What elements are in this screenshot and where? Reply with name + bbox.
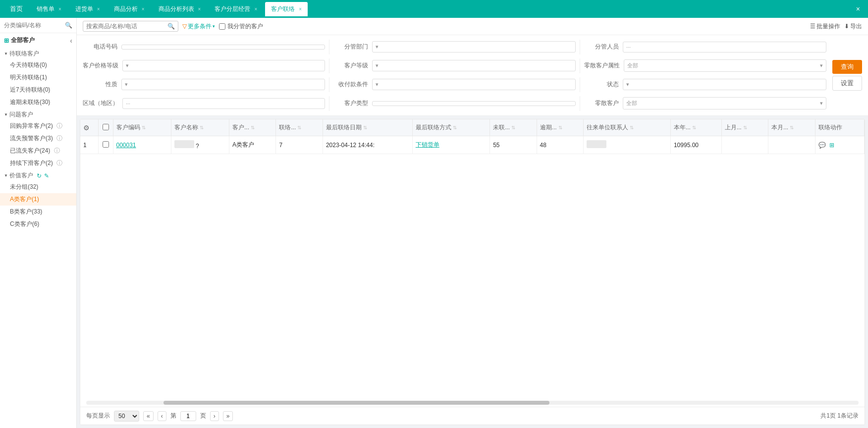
sidebar-item-churned[interactable]: 已流失客户(24) ⓘ — [0, 145, 76, 157]
th-actions-label: 联络动作 — [818, 124, 842, 131]
settings-icon[interactable]: ⚙ — [83, 124, 90, 132]
th-last-contact-method: 最后联络方式 ⇅ — [412, 119, 489, 136]
query-button[interactable]: 查询 — [832, 60, 862, 74]
table-container[interactable]: ⚙ 客户编码 ⇅ — [80, 119, 865, 399]
batch-icon: ☰ — [810, 23, 815, 30]
sort-code-icon[interactable]: ⇅ — [142, 125, 146, 130]
th-no-contact-label: 未联... — [493, 123, 510, 132]
batch-op-button[interactable]: ☰ 批量操作 — [810, 22, 840, 31]
row-no-contact-days: 55 — [490, 136, 537, 154]
field-manager-input[interactable]: ··· — [623, 42, 826, 53]
close-sales-tab[interactable]: × — [58, 6, 61, 12]
nav-tab-sales[interactable]: 销售单 × — [31, 2, 67, 16]
more-action-icon[interactable]: ⊞ — [829, 142, 834, 149]
sidebar-item-overdue[interactable]: 逾期未联络(30) — [0, 96, 76, 108]
nav-tab-analysis-list[interactable]: 商品分析列表 × — [153, 2, 207, 16]
set-button[interactable]: 设置 — [832, 76, 862, 91]
field-price-level-input[interactable]: ▾ — [122, 60, 325, 71]
sidebar-search-input[interactable] — [4, 22, 63, 29]
row-contact-person — [584, 136, 671, 154]
filter-more-button[interactable]: ▽ 更多条件 ▾ — [182, 22, 215, 31]
field-retail-input[interactable]: 全部 ▾ — [623, 97, 826, 109]
sort-person-icon[interactable]: ⇅ — [630, 125, 634, 130]
nav-home[interactable]: 首页 — [4, 1, 29, 16]
filter-search-input[interactable] — [86, 23, 165, 30]
close-customer-mgmt-tab[interactable]: × — [254, 6, 257, 12]
retail-chevron: ▾ — [820, 100, 823, 107]
th-code: 客户编码 ⇅ — [113, 119, 171, 136]
row-customer-type: A类客户 — [229, 136, 275, 154]
group-problem-customers[interactable]: ▼ 问题客户 — [0, 108, 76, 120]
field-region-input[interactable]: ··· — [122, 98, 325, 109]
my-customers-checkbox: 我分管的客户 — [219, 22, 263, 31]
row-index: 1 — [80, 136, 98, 154]
close-all-button[interactable]: × — [852, 3, 864, 15]
nav-tab-analysis[interactable]: 商品分析 × — [108, 2, 151, 16]
sort-year-icon[interactable]: ⇅ — [692, 125, 696, 130]
next-page-button[interactable]: › — [210, 411, 219, 421]
sort-no-contact-icon[interactable]: ⇅ — [511, 125, 515, 130]
my-customers-check[interactable] — [219, 23, 225, 30]
sort-lastmonth-icon[interactable]: ⇅ — [743, 125, 747, 130]
sidebar-item-7days[interactable]: 近7天待联络(0) — [0, 84, 76, 96]
sidebar-item-class-a[interactable]: A类客户(1) — [0, 193, 76, 206]
nav-tab-customer-mgmt[interactable]: 客户分层经营 × — [209, 2, 263, 16]
sort-date-icon[interactable]: ⇅ — [363, 125, 367, 130]
export-button[interactable]: ⬇ 导出 — [844, 22, 862, 31]
per-page-select[interactable]: 50 100 200 — [114, 411, 139, 422]
sidebar-search-icon[interactable]: 🔍 — [65, 22, 72, 29]
sort-method-icon[interactable]: ⇅ — [453, 125, 457, 130]
row-code[interactable]: 000031 — [113, 136, 171, 154]
row-checkbox[interactable] — [103, 141, 109, 148]
sort-thismonth-icon[interactable]: ⇅ — [790, 125, 794, 130]
sidebar-item-today[interactable]: 今天待联络(0) — [0, 59, 76, 71]
nav-tab-customer-contact[interactable]: 客户联络 × — [265, 2, 308, 16]
first-page-button[interactable]: « — [143, 411, 154, 421]
field-customer-level-input[interactable]: ▾ — [372, 60, 576, 71]
sort-contact-icon[interactable]: ⇅ — [297, 125, 301, 130]
sidebar-item-tomorrow[interactable]: 明天待联络(1) — [0, 71, 76, 84]
sidebar-item-class-b[interactable]: B类客户(33) — [0, 206, 76, 218]
row-overdue-days: 48 — [537, 136, 583, 154]
field-status-input[interactable]: ▾ — [623, 79, 826, 90]
sort-overdue-icon[interactable]: ⇅ — [558, 125, 562, 130]
sidebar-item-declining[interactable]: 持续下滑客户(2) ⓘ — [0, 157, 76, 169]
sidebar-item-class-c[interactable]: C类客户(6) — [0, 218, 76, 230]
sidebar-item-unclassified[interactable]: 未分组(32) — [0, 181, 76, 193]
field-customer-type-input[interactable] — [372, 101, 576, 106]
per-page-label: 每页显示 — [86, 412, 110, 420]
all-customers-header[interactable]: ⊞ 全部客户 ‹ — [0, 33, 76, 48]
prev-page-button[interactable]: ‹ — [158, 411, 166, 421]
field-payment-input[interactable]: ▾ — [372, 79, 576, 90]
action-buttons: 查询 设置 — [826, 39, 862, 111]
scrollbar-thumb[interactable] — [163, 401, 550, 405]
close-analysis-list-tab[interactable]: × — [198, 6, 201, 12]
field-status-label: 状态 — [584, 80, 619, 89]
sort-name-icon[interactable]: ⇅ — [200, 125, 204, 130]
select-all-checkbox[interactable] — [103, 124, 109, 130]
sidebar-item-abnormal-repurchase[interactable]: 回购异常客户(2) ⓘ — [0, 120, 76, 132]
sort-type-icon[interactable]: ⇅ — [251, 125, 255, 130]
page-number-input[interactable] — [180, 411, 196, 421]
collapse-icon[interactable]: ‹ — [70, 37, 72, 45]
field-phone-input[interactable] — [121, 45, 325, 50]
group-pending-contact[interactable]: ▼ 待联络客户 — [0, 48, 76, 59]
chat-action-icon[interactable]: 💬 — [818, 142, 826, 149]
field-dept-input[interactable]: ▾ — [372, 41, 576, 53]
row-this-month-amount — [768, 136, 815, 154]
close-analysis-tab[interactable]: × — [142, 6, 145, 12]
filter-search-icon[interactable]: 🔍 — [167, 23, 175, 30]
row-last-method[interactable]: 下销货单 — [412, 136, 489, 154]
close-purchase-tab[interactable]: × — [97, 6, 100, 12]
horizontal-scrollbar[interactable] — [86, 401, 859, 405]
th-this-month-label: 本月... — [771, 123, 788, 132]
nav-tab-purchase[interactable]: 进货单 × — [69, 2, 106, 16]
field-retail-attr-input[interactable]: 全部 ▾ — [624, 59, 826, 72]
field-customer-level-label: 客户等级 — [333, 61, 368, 70]
field-nature-input[interactable]: ▾ — [121, 79, 325, 90]
last-page-button[interactable]: » — [223, 411, 233, 421]
group-value-customers[interactable]: ▼ 价值客户 ↻ ✎ — [0, 169, 76, 181]
sidebar-item-churn-warning[interactable]: 流失预警客户(3) ⓘ — [0, 132, 76, 145]
payment-chevron: ▾ — [376, 81, 379, 88]
close-customer-contact-tab[interactable]: × — [299, 6, 302, 12]
